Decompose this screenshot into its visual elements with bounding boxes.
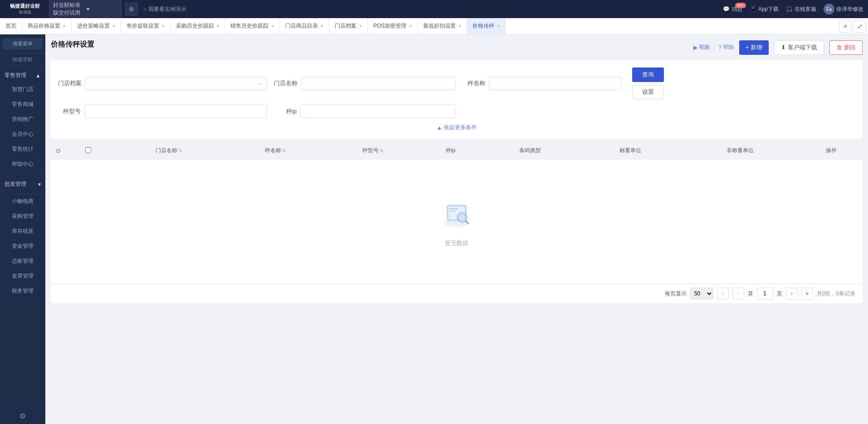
table-gear-icon[interactable]: ⚙ [55, 147, 61, 154]
tab-price-settings[interactable]: 商品价格设置 × [22, 18, 72, 34]
tab-store-catalog[interactable]: 门店商品目录 × [280, 18, 329, 34]
service-icon: 🎧 [786, 6, 793, 12]
page-next-button[interactable]: › [786, 288, 798, 299]
demo-label: 我要看实例演示 [148, 5, 186, 13]
filter-scale-model: 秤型号 [58, 105, 267, 118]
page-prev-button[interactable]: ‹ [732, 288, 744, 299]
tab-store-archive[interactable]: 门店档案 × [329, 18, 368, 34]
quick-nav-button[interactable]: 快捷导航 [0, 53, 45, 66]
filter-scale-name: 秤名称 [463, 77, 621, 90]
tab-store-archive-close[interactable]: × [359, 24, 362, 29]
tab-price-scale-close[interactable]: × [497, 24, 500, 29]
sidebar-item-finance[interactable]: 资金管理 [0, 239, 45, 254]
store-archive-input[interactable]: ··· [85, 77, 267, 90]
per-page-select[interactable]: 10 20 50 100 [690, 288, 713, 299]
tab-menu-button[interactable]: ⤢ [853, 20, 866, 33]
tab-pos-management-close[interactable]: × [409, 24, 412, 29]
query-button[interactable]: 查询 [632, 67, 664, 82]
sidebar-item-smart-store[interactable]: 智慧门店 [0, 82, 45, 97]
tab-price-scale[interactable]: 价格传秤 × [467, 18, 506, 34]
tab-sale-price-close[interactable]: × [162, 24, 165, 29]
sidebar-item-help[interactable]: 帮助中心 [0, 157, 45, 172]
tab-bar: 首页 商品价格设置 × 进价策略设置 × 售价提取设置 × 采购历史价跟踪 × … [0, 18, 868, 34]
sidebar-item-retail-stats[interactable]: 零售统计 [0, 142, 45, 157]
tab-home[interactable]: 首页 [0, 18, 22, 34]
tab-store-catalog-close[interactable]: × [321, 24, 323, 29]
col-checkbox [65, 142, 111, 159]
user-menu-button[interactable]: Ea 徐泽华修改 [824, 4, 863, 14]
tab-bar-end: × ⤢ [839, 20, 868, 33]
top-bar: 畅捷通好业财 标准版 好业财标准版交付试用 ▾ ⚙ ○ 我要看实例演示 💬 消息… [0, 0, 868, 18]
col-action: 操作 [800, 142, 863, 159]
sidebar-item-retail-mall[interactable]: 零售商城 [0, 97, 45, 112]
help-area: ▶ 视频 | ? 帮助 [693, 43, 734, 51]
demo-button[interactable]: ○ 我要看实例演示 [143, 5, 186, 13]
tab-close-all-button[interactable]: × [839, 20, 852, 33]
set-button[interactable]: 设置 [632, 85, 664, 99]
delete-button[interactable]: 🗑 删除 [829, 40, 863, 55]
total-info: 共0页，0条记录 [817, 290, 855, 298]
sidebar-item-marketing[interactable]: 营销推广 [0, 112, 45, 127]
video-button[interactable]: ▶ 视频 [693, 43, 710, 51]
tab-sale-price[interactable]: 售价提取设置 × [121, 18, 171, 34]
tab-purchase-history-close[interactable]: × [217, 24, 219, 29]
tab-sale-history[interactable]: 销售历史价跟踪 × [225, 18, 280, 34]
collapse-button[interactable]: ▲ 收起更多条件 [58, 124, 855, 131]
main-layout: 搜索菜单 快捷导航 零售管理 ▲ 智慧门店 零售商城 营销推广 会员中心 零售统… [0, 34, 868, 424]
settings-button[interactable]: ⚙ [125, 3, 138, 15]
sort-icon-store-name: ⇅ [178, 148, 182, 153]
version-label: 好业财标准版交付试用 [53, 1, 84, 17]
page-next-icon: › [791, 290, 793, 297]
filter-store-archive: 门店档案 ··· [58, 77, 267, 90]
sort-scale-model[interactable]: 秤型号 ⇅ [328, 147, 418, 154]
page-number-input[interactable] [757, 288, 773, 299]
search-menu-button[interactable]: 搜索菜单 [3, 38, 43, 49]
sidebar-item-member[interactable]: 会员中心 [0, 127, 45, 142]
add-button[interactable]: + 新增 [739, 40, 769, 55]
tab-pos-management[interactable]: POS加密管理 × [368, 18, 418, 34]
sidebar-item-general[interactable]: 总账管理 [0, 254, 45, 269]
app-download-button[interactable]: 📱 App下载 [750, 5, 779, 13]
filter-store-name: 门店名称 [274, 77, 455, 90]
tab-sale-history-label: 销售历史价跟踪 [230, 22, 268, 30]
tab-purchase-strategy[interactable]: 进价策略设置 × [72, 18, 121, 34]
tab-purchase-history[interactable]: 采购历史价跟踪 × [171, 18, 225, 34]
help-button[interactable]: ? 帮助 [718, 43, 734, 51]
scale-name-input[interactable] [489, 77, 621, 90]
sidebar-item-inventory[interactable]: 库存核算 [0, 224, 45, 239]
tab-purchase-strategy-close[interactable]: × [112, 24, 115, 29]
sidebar-section-wholesale-label: 批发管理 [5, 180, 26, 188]
sidebar-item-xiaochang[interactable]: 小畅电商 [0, 194, 45, 209]
sort-store-name[interactable]: 门店名称 ⇅ [114, 147, 223, 154]
tab-store-catalog-label: 门店商品目录 [285, 22, 318, 30]
sidebar: 搜索菜单 快捷导航 零售管理 ▲ 智慧门店 零售商城 营销推广 会员中心 零售统… [0, 34, 45, 424]
sidebar-item-tax[interactable]: 税务管理 [0, 284, 45, 299]
filter-scale-name-label: 秤名称 [463, 79, 485, 87]
select-all-checkbox[interactable] [85, 147, 91, 153]
page-first-icon: « [721, 290, 724, 297]
tab-sale-history-close[interactable]: × [271, 24, 274, 29]
sidebar-item-purchase[interactable]: 采购管理 [0, 209, 45, 224]
chevron-down-icon: ▾ [38, 181, 41, 188]
sidebar-section-retail-header[interactable]: 零售管理 ▲ [0, 69, 45, 82]
online-service-button[interactable]: 🎧 在线客服 [786, 5, 816, 13]
download-button[interactable]: ⬇ 客户端下载 [774, 40, 824, 55]
page-last-button[interactable]: » [801, 288, 813, 299]
sort-scale-name[interactable]: 秤名称 ⇅ [230, 147, 320, 154]
sidebar-gear-icon[interactable]: ⚙ [20, 412, 26, 420]
scale-model-input[interactable] [84, 105, 267, 118]
sidebar-section-wholesale-header[interactable]: 批发管理 ▾ [0, 178, 45, 191]
svg-point-4 [458, 214, 466, 221]
tab-price-settings-close[interactable]: × [63, 24, 66, 29]
store-name-input[interactable] [301, 77, 455, 90]
page-first-button[interactable]: « [717, 288, 729, 299]
sidebar-section-retail: 零售管理 ▲ 智慧门店 零售商城 营销推广 会员中心 零售统计 帮助中心 [0, 66, 45, 175]
sidebar-item-invoice[interactable]: 发票管理 [0, 269, 45, 284]
sidebar-bottom: ⚙ [0, 408, 45, 424]
tab-min-discount-close[interactable]: × [458, 24, 461, 29]
message-button[interactable]: 💬 消息 99+ [723, 5, 742, 13]
tab-min-discount[interactable]: 最低折扣设置 × [418, 18, 467, 34]
version-selector[interactable]: 好业财标准版交付试用 ▾ [49, 0, 122, 19]
scale-ip-input[interactable] [300, 105, 455, 118]
data-table: ⚙ 门店名称 ⇅ 秤名称 [51, 142, 863, 159]
